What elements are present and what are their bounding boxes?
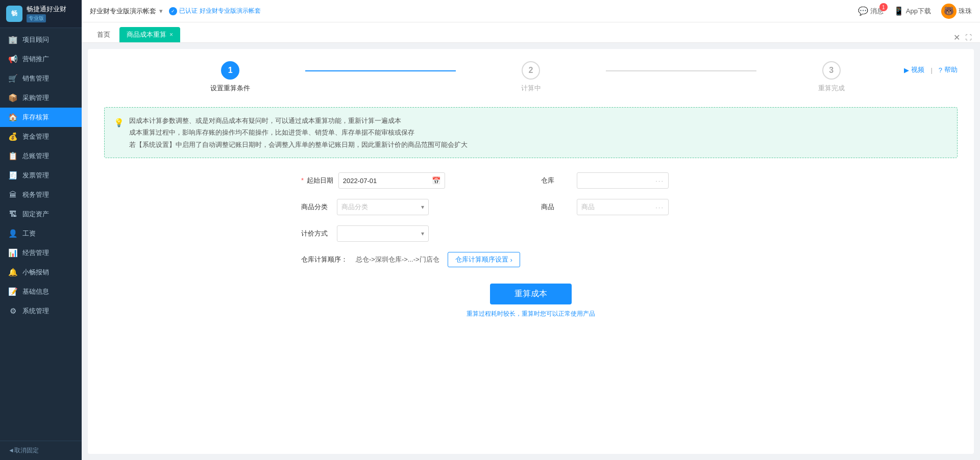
start-date-input[interactable] xyxy=(343,177,429,185)
pricing-field: 计价方式 ▾ xyxy=(301,225,521,242)
product-placeholder: 商品 xyxy=(581,202,595,212)
verified-label: 已认证 xyxy=(179,7,198,15)
sidebar-item-purchase[interactable]: 📦 采购管理 xyxy=(0,88,82,108)
info-line-1: 因成本计算参数调整、或是对商品成本有疑问时，可以通过成本重算功能，重新计算一遍成… xyxy=(129,115,468,126)
more-icon: ··· xyxy=(655,177,664,185)
sidebar-item-label: 销售管理 xyxy=(22,74,49,83)
account-selector-wrap[interactable]: 好业财专业版演示帐套 ▾ xyxy=(90,7,163,16)
recalculate-button[interactable]: 重算成本 xyxy=(490,284,572,304)
pricing-label: 计价方式 xyxy=(301,229,332,238)
sidebar-item-finance[interactable]: 💰 资金管理 xyxy=(0,127,82,146)
sidebar-item-tax[interactable]: 🏛 税务管理 xyxy=(0,185,82,205)
help-button[interactable]: ? 帮助 xyxy=(939,65,958,74)
app-download-button[interactable]: 📱 App下载 xyxy=(894,6,931,16)
verified-badge: ✓ 已认证 好业财专业版演示帐套 xyxy=(169,7,261,15)
video-label: 视频 xyxy=(911,65,924,74)
calendar-icon[interactable]: 📅 xyxy=(432,176,440,185)
verified-account-name: 好业财专业版演示帐套 xyxy=(200,7,261,15)
sidebar: 畅 畅捷通好业财 专业版 🏢 项目顾问 📢 营销推广 🛒 销售管理 📦 采购管理… xyxy=(0,0,82,460)
product-field: 商品 商品 ··· xyxy=(541,199,761,215)
sidebar-item-basic[interactable]: 📝 基础信息 xyxy=(0,282,82,301)
tab-close-button[interactable]: × xyxy=(169,31,173,38)
step-1-circle: 1 xyxy=(221,61,239,80)
system-icon: ⚙ xyxy=(8,306,17,316)
project-icon: 🏢 xyxy=(8,35,17,44)
calc-order-settings-button[interactable]: 仓库计算顺序设置 › xyxy=(448,252,520,267)
topbar: 好业财专业版演示帐套 ▾ ✓ 已认证 好业财专业版演示帐套 💬 消息 1 📱 A… xyxy=(82,0,980,22)
sidebar-item-label: 系统管理 xyxy=(22,306,49,316)
tab-recalculate[interactable]: 商品成本重算 × xyxy=(119,27,180,42)
sidebar-item-invoice[interactable]: 🧾 发票管理 xyxy=(0,166,82,185)
help-label: 帮助 xyxy=(944,65,958,74)
sales-icon: 🛒 xyxy=(8,74,17,83)
stepper-help: ▶ 视频 | ? 帮助 xyxy=(904,65,958,74)
sidebar-item-operations[interactable]: 📊 经营管理 xyxy=(0,243,82,263)
chevron-right-icon: › xyxy=(510,256,512,264)
message-badge: 1 xyxy=(879,3,888,11)
sidebar-item-label: 经营管理 xyxy=(22,248,49,258)
account-label: 好业财专业版演示帐套 xyxy=(90,7,156,16)
product-selector[interactable]: 商品 ··· xyxy=(577,199,669,215)
tax-icon: 🏛 xyxy=(8,190,17,199)
form-row-3: 计价方式 ▾ xyxy=(301,225,761,242)
submit-area: 重算成本 重算过程耗时较长，重算时您可以正常使用产品 xyxy=(301,284,761,318)
lightbulb-icon: 💡 xyxy=(114,116,124,150)
account-dropdown-icon: ▾ xyxy=(159,7,163,15)
category-field: 商品分类 商品分类 ▾ xyxy=(301,199,521,215)
sidebar-item-label: 基础信息 xyxy=(22,287,49,296)
user-profile[interactable]: 🐻 珠珠 xyxy=(941,4,972,19)
category-label: 商品分类 xyxy=(301,202,332,212)
start-date-input-wrap[interactable]: 📅 xyxy=(338,172,445,189)
warehouse-field: 仓库 ··· xyxy=(541,172,761,189)
warehouse-label: 仓库 xyxy=(541,176,572,185)
calc-order-btn-label: 仓库计算顺序设置 xyxy=(455,255,508,264)
calc-order-label: 仓库计算顺序： xyxy=(301,255,348,264)
sidebar-item-payroll[interactable]: 👤 工资 xyxy=(0,224,82,243)
app-edition: 专业版 xyxy=(27,14,46,22)
sidebar-item-assets[interactable]: 🏗 固定资产 xyxy=(0,205,82,224)
video-help-button[interactable]: ▶ 视频 xyxy=(904,65,924,74)
sidebar-item-label: 发票管理 xyxy=(22,171,49,180)
pricing-selector[interactable]: ▾ xyxy=(337,225,429,242)
sidebar-item-project[interactable]: 🏢 项目顾问 xyxy=(0,30,82,49)
expand-window-button[interactable]: ⛶ xyxy=(965,34,972,41)
sidebar-footer-label: ◄取消固定 xyxy=(8,446,39,455)
start-date-label: * 起始日期 xyxy=(301,176,333,185)
content-area: 1 设置重算条件 2 计算中 3 重算完成 ▶ 视频 xyxy=(88,49,974,454)
expense-icon: 🔔 xyxy=(8,268,17,277)
topbar-actions: 💬 消息 1 📱 App下载 🐻 珠珠 xyxy=(858,4,972,19)
required-mark: * xyxy=(301,176,304,184)
ledger-icon: 📋 xyxy=(8,151,17,161)
user-name: 珠珠 xyxy=(959,7,972,16)
inventory-icon: 🏠 xyxy=(8,113,17,122)
avatar: 🐻 xyxy=(941,4,957,19)
category-selector[interactable]: 商品分类 ▾ xyxy=(337,199,429,215)
recalc-note: 重算过程耗时较长，重算时您可以正常使用产品 xyxy=(301,310,761,318)
sidebar-item-inventory[interactable]: 🏠 库存核算 xyxy=(0,108,82,127)
sidebar-item-sales[interactable]: 🛒 销售管理 xyxy=(0,69,82,88)
sidebar-unpin[interactable]: ◄取消固定 xyxy=(0,441,82,460)
marketing-icon: 📢 xyxy=(8,55,17,64)
sidebar-item-marketing[interactable]: 📢 营销推广 xyxy=(0,49,82,69)
sidebar-item-label: 项目顾问 xyxy=(22,35,49,44)
tab-active-label: 商品成本重算 xyxy=(127,30,166,39)
operations-icon: 📊 xyxy=(8,248,17,258)
warehouse-selector[interactable]: ··· xyxy=(577,172,669,189)
invoice-icon: 🧾 xyxy=(8,171,17,180)
close-window-button[interactable]: ✕ xyxy=(953,33,960,42)
step-2-label: 计算中 xyxy=(521,84,541,93)
step-line-2 xyxy=(606,70,756,71)
chevron-down-icon: ▾ xyxy=(421,203,424,211)
sidebar-item-label: 总账管理 xyxy=(22,151,49,161)
tabbar: 首页 商品成本重算 × ✕ ⛶ xyxy=(82,22,980,43)
sidebar-item-ledger[interactable]: 📋 总账管理 xyxy=(0,146,82,166)
sidebar-item-system[interactable]: ⚙ 系统管理 xyxy=(0,301,82,321)
tab-home[interactable]: 首页 xyxy=(90,27,117,42)
form-row-2: 商品分类 商品分类 ▾ 商品 商品 ··· xyxy=(301,199,761,215)
start-date-field: * 起始日期 📅 xyxy=(301,172,521,189)
main-area: 好业财专业版演示帐套 ▾ ✓ 已认证 好业财专业版演示帐套 💬 消息 1 📱 A… xyxy=(82,0,980,460)
app-download-label: App下载 xyxy=(906,7,931,16)
message-button[interactable]: 💬 消息 1 xyxy=(858,6,884,16)
shield-icon: ✓ xyxy=(169,7,177,15)
sidebar-item-expense[interactable]: 🔔 小畅报销 xyxy=(0,263,82,282)
